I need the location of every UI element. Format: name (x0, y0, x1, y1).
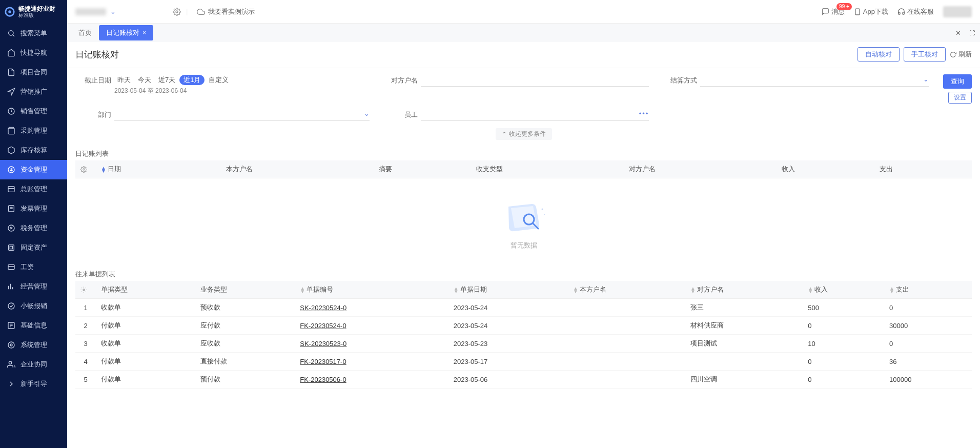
support-button[interactable]: 在线客服 (897, 7, 934, 16)
sidebar-item[interactable]: 小畅报销 (0, 296, 67, 316)
app-download-button[interactable]: App下载 (854, 7, 888, 16)
collapse-filters-button[interactable]: ⌃ 收起更多条件 (496, 128, 552, 140)
col-income[interactable]: 收入 (777, 160, 874, 178)
tabbar: 首页 日记账核对 × ✕ (67, 24, 980, 42)
refresh-button[interactable]: 刷新 (950, 50, 972, 59)
col-our-account[interactable]: ▲▼本方户名 (568, 281, 685, 299)
chevron-down-icon[interactable]: ⌄ (364, 110, 370, 117)
org-selector[interactable]: ⌄ (75, 8, 168, 15)
sidebar-item-label: 小畅报销 (21, 301, 47, 311)
col-summary[interactable]: 摘要 (374, 160, 471, 178)
cell-our-account (568, 371, 685, 389)
message-icon (822, 8, 829, 15)
col-expense[interactable]: 支出 (874, 160, 972, 178)
date-shortcut-yesterday[interactable]: 昨天 (114, 74, 134, 86)
svg-point-20 (8, 303, 14, 309)
cell-doc-no[interactable]: SK-20230523-0 (295, 335, 448, 353)
sidebar-item[interactable]: 快捷导航 (0, 43, 67, 63)
col-counterparty[interactable]: 对方户名 (624, 160, 777, 178)
demo-link[interactable]: 我要看实例演示 (197, 7, 255, 16)
employee-label: 员工 (382, 109, 418, 119)
tab-journal-check[interactable]: 日记账核对 × (99, 25, 153, 40)
fullscreen-icon[interactable] (967, 27, 978, 38)
col-our-account[interactable]: 本方户名 (221, 160, 374, 178)
col-doc-date[interactable]: ▲▼单据日期 (448, 281, 568, 299)
support-label: 在线客服 (907, 7, 934, 16)
close-icon[interactable]: × (142, 29, 146, 36)
tab-home[interactable]: 首页 (71, 25, 99, 40)
settlement-select[interactable] (700, 74, 929, 87)
auto-check-button[interactable]: 自动核对 (858, 47, 900, 62)
counterparty-input[interactable] (421, 74, 649, 87)
sidebar-item[interactable]: 工资 (0, 257, 67, 277)
date-shortcut-custom[interactable]: 自定义 (206, 74, 232, 86)
sidebar-item[interactable]: 搜索菜单 (0, 24, 67, 43)
brand-icon (4, 6, 15, 17)
page-title: 日记账核对 (75, 49, 119, 60)
sidebar-item[interactable]: 基础信息 (0, 316, 67, 335)
sidebar-item[interactable]: 资金管理 (0, 160, 67, 179)
col-doc-type[interactable]: 单据类型 (96, 281, 195, 299)
sidebar-item[interactable]: 发票管理 (0, 199, 67, 218)
more-icon[interactable]: ••• (639, 110, 649, 117)
col-doc-no[interactable]: ▲▼单据编号 (295, 281, 448, 299)
col-date[interactable]: ▲▼日期 (96, 160, 221, 178)
date-shortcut-today[interactable]: 今天 (135, 74, 154, 86)
sidebar-item[interactable]: 总账管理 (0, 179, 67, 199)
cell-our-account (568, 299, 685, 317)
cell-doc-date: 2023-05-17 (448, 353, 568, 371)
table-settings-header[interactable] (75, 281, 96, 299)
department-select[interactable] (114, 109, 370, 121)
settings-icon[interactable] (173, 8, 181, 16)
col-expense[interactable]: ▲▼支出 (884, 281, 972, 299)
table-row[interactable]: 4付款单直接付款FK-20230517-02023-05-17036 (75, 353, 972, 371)
sidebar-item[interactable]: 销售管理 (0, 101, 67, 121)
manual-check-button[interactable]: 手工核对 (904, 47, 946, 62)
brand-edition: 标准版 (18, 12, 55, 18)
cell-doc-no[interactable]: FK-20230506-0 (295, 371, 448, 389)
sidebar-item[interactable]: 系统管理 (0, 335, 67, 355)
sidebar-item-label: 项目合同 (21, 68, 47, 77)
close-all-icon[interactable]: ✕ (952, 27, 964, 38)
date-shortcut-last7[interactable]: 近7天 (155, 74, 178, 86)
col-counterparty[interactable]: ▲▼对方户名 (685, 281, 803, 299)
svg-point-26 (8, 342, 14, 348)
svg-point-36 (83, 289, 85, 290)
settings-button[interactable]: 设置 (948, 92, 972, 104)
deadline-label: 截止日期 (75, 74, 111, 85)
cell-doc-date: 2023-05-23 (448, 335, 568, 353)
col-income[interactable]: ▲▼收入 (803, 281, 884, 299)
row-index: 5 (75, 371, 96, 389)
col-io-type[interactable]: 收支类型 (471, 160, 624, 178)
table-row[interactable]: 3收款单应收款SK-20230523-02023-05-23项目测试100 (75, 335, 972, 353)
menu-icon (7, 127, 15, 135)
menu-icon (7, 302, 15, 310)
cell-doc-no[interactable]: SK-20230524-0 (295, 299, 448, 317)
table-row[interactable]: 1收款单预收款SK-20230524-02023-05-24张三5000 (75, 299, 972, 317)
table-settings-header[interactable] (75, 160, 96, 178)
sidebar-item[interactable]: 税务管理 (0, 218, 67, 238)
query-button[interactable]: 查询 (943, 74, 972, 89)
menu-icon (7, 107, 15, 115)
sidebar-item[interactable]: 固定资产 (0, 238, 67, 257)
cell-income: 10 (803, 335, 884, 353)
sidebar-item[interactable]: 营销推广 (0, 82, 67, 101)
sidebar-item[interactable]: 采购管理 (0, 121, 67, 140)
user-avatar[interactable] (943, 6, 972, 17)
date-shortcut-last1m[interactable]: 近1月 (179, 75, 205, 85)
sidebar-item[interactable]: 新手引导 (0, 374, 67, 394)
table-row[interactable]: 5付款单预付款FK-20230506-02023-05-06四川空调010000… (75, 371, 972, 389)
journal-section-title: 日记账列表 (67, 145, 980, 160)
tab-label: 首页 (78, 28, 92, 37)
sidebar-item[interactable]: 项目合同 (0, 63, 67, 82)
cell-doc-no[interactable]: FK-20230517-0 (295, 353, 448, 371)
chevron-down-icon[interactable]: ⌄ (923, 75, 929, 83)
col-biz-type[interactable]: 业务类型 (195, 281, 295, 299)
employee-input[interactable] (421, 109, 649, 121)
cell-doc-no[interactable]: FK-20230524-0 (295, 317, 448, 335)
messages-button[interactable]: 消息 99 + (822, 7, 845, 16)
table-row[interactable]: 2付款单应付款FK-20230524-02023-05-24材料供应商03000… (75, 317, 972, 335)
sidebar-item[interactable]: 库存核算 (0, 140, 67, 160)
sidebar-item[interactable]: 经营管理 (0, 277, 67, 296)
sidebar-item[interactable]: 企业协同 (0, 355, 67, 374)
